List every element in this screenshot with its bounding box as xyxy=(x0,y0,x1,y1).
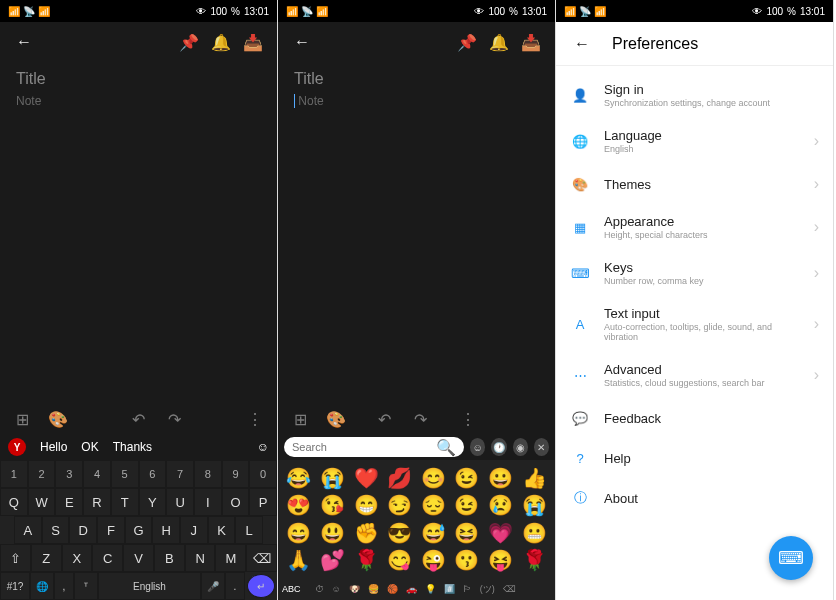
undo-icon[interactable]: ↶ xyxy=(127,407,151,431)
emoji-cell[interactable]: 💗 xyxy=(484,519,518,547)
emoji-cell[interactable]: 😔 xyxy=(417,492,451,520)
kb-key-z[interactable]: Z xyxy=(31,544,62,572)
kb-comma-key[interactable]: , xyxy=(54,572,74,600)
add-icon[interactable]: ⊞ xyxy=(288,407,312,431)
emoji-category[interactable]: 🏳 xyxy=(463,584,472,594)
kb-key-p[interactable]: P xyxy=(249,488,277,516)
kb-key-4[interactable]: 4 xyxy=(83,460,111,488)
pref-item-help[interactable]: ?Help xyxy=(556,438,833,478)
emoji-cell[interactable]: 😂 xyxy=(282,464,316,492)
note-body-placeholder[interactable]: Note xyxy=(16,94,261,108)
emoji-cell[interactable]: 😃 xyxy=(316,519,350,547)
emoji-cell[interactable]: 😗 xyxy=(450,547,484,575)
kb-key-a[interactable]: A xyxy=(14,516,42,544)
more-icon[interactable]: ⋮ xyxy=(456,407,480,431)
kb-key-w[interactable]: W xyxy=(28,488,56,516)
pref-item-appearance[interactable]: ▦AppearanceHeight, special characters› xyxy=(556,204,833,250)
kb-mic-key[interactable]: 🎤 xyxy=(201,572,225,600)
redo-icon[interactable]: ↷ xyxy=(408,407,432,431)
note-area[interactable]: Title Note xyxy=(278,62,555,116)
kb-key-o[interactable]: O xyxy=(222,488,250,516)
emoji-cell[interactable]: 😁 xyxy=(349,492,383,520)
suggestion-word[interactable]: Thanks xyxy=(113,440,152,454)
emoji-category[interactable]: (ツ) xyxy=(480,584,495,594)
kb-key-3[interactable]: 3 xyxy=(55,460,83,488)
emoji-cell[interactable]: 🌹 xyxy=(349,547,383,575)
kb-key-c[interactable]: C xyxy=(92,544,123,572)
kb-key-v[interactable]: V xyxy=(123,544,154,572)
emoji-cell[interactable]: 👍 xyxy=(517,464,551,492)
kb-key-s[interactable]: S xyxy=(42,516,70,544)
emoji-category[interactable]: 💡 xyxy=(425,584,436,594)
emoji-category[interactable]: 🍔 xyxy=(368,584,379,594)
kb-key-9[interactable]: 9 xyxy=(222,460,250,488)
emoji-cell[interactable]: 💋 xyxy=(383,464,417,492)
kb-period-key[interactable]: . xyxy=(225,572,245,600)
emoji-cell[interactable]: 😄 xyxy=(282,519,316,547)
back-icon[interactable]: ← xyxy=(570,32,594,56)
emoji-cell[interactable]: 😜 xyxy=(417,547,451,575)
kb-key-k[interactable]: K xyxy=(208,516,236,544)
emoji-category[interactable]: ⌫ xyxy=(503,584,516,594)
note-area[interactable]: Title Note xyxy=(0,62,277,116)
archive-icon[interactable]: 📥 xyxy=(241,30,265,54)
emoji-tone-icon[interactable]: ☺ xyxy=(470,438,485,456)
kb-key-m[interactable]: M xyxy=(215,544,246,572)
back-icon[interactable]: ← xyxy=(290,30,314,54)
emoji-cell[interactable]: 😋 xyxy=(383,547,417,575)
kb-spacebar[interactable]: English xyxy=(98,572,201,600)
emoji-search-field[interactable]: 🔍 xyxy=(284,437,464,457)
emoji-cell[interactable]: 😭 xyxy=(517,492,551,520)
emoji-gif-icon[interactable]: ◉ xyxy=(513,438,528,456)
kb-key-x[interactable]: X xyxy=(62,544,93,572)
kb-key-b[interactable]: B xyxy=(154,544,185,572)
kb-key-y[interactable]: Y xyxy=(139,488,167,516)
kb-key-i[interactable]: I xyxy=(194,488,222,516)
emoji-recent-icon[interactable]: 🕐 xyxy=(491,438,506,456)
palette-icon[interactable]: 🎨 xyxy=(46,407,70,431)
emoji-close-icon[interactable]: ✕ xyxy=(534,438,549,456)
pref-item-feedback[interactable]: 💬Feedback xyxy=(556,398,833,438)
emoji-cell[interactable]: 😎 xyxy=(383,519,417,547)
note-title-placeholder[interactable]: Title xyxy=(16,70,261,88)
emoji-category[interactable]: 🐶 xyxy=(349,584,360,594)
emoji-category[interactable]: 🚗 xyxy=(406,584,417,594)
kb-symbols-key[interactable]: #1? xyxy=(0,572,30,600)
kb-globe-key[interactable]: 🌐 xyxy=(30,572,54,600)
emoji-cell[interactable]: 😆 xyxy=(450,519,484,547)
palette-icon[interactable]: 🎨 xyxy=(324,407,348,431)
suggestion-word[interactable]: OK xyxy=(81,440,98,454)
kb-key-q[interactable]: Q xyxy=(0,488,28,516)
kb-key-r[interactable]: R xyxy=(83,488,111,516)
emoji-cell[interactable]: 😀 xyxy=(484,464,518,492)
pref-item-themes[interactable]: 🎨Themes› xyxy=(556,164,833,204)
kb-key-⇧[interactable]: ⇧ xyxy=(0,544,31,572)
redo-icon[interactable]: ↷ xyxy=(163,407,187,431)
emoji-category[interactable]: 🏀 xyxy=(387,584,398,594)
emoji-category[interactable]: ☺ xyxy=(332,584,341,594)
kb-key-8[interactable]: 8 xyxy=(194,460,222,488)
pin-icon[interactable]: 📌 xyxy=(177,30,201,54)
emoji-cell[interactable]: 💕 xyxy=(316,547,350,575)
kb-key-0[interactable]: 0 xyxy=(249,460,277,488)
kb-key-n[interactable]: N xyxy=(185,544,216,572)
emoji-cell[interactable]: ✊ xyxy=(349,519,383,547)
pref-item-about[interactable]: ⓘAbout xyxy=(556,478,833,518)
kb-key-6[interactable]: 6 xyxy=(139,460,167,488)
keyboard-fab[interactable]: ⌨ xyxy=(769,536,813,580)
emoji-cell[interactable]: 😍 xyxy=(282,492,316,520)
pref-item-text-input[interactable]: AText inputAuto-correction, tooltips, gl… xyxy=(556,296,833,352)
emoji-cell[interactable]: 😘 xyxy=(316,492,350,520)
emoji-cell[interactable]: 😅 xyxy=(417,519,451,547)
pref-item-language[interactable]: 🌐LanguageEnglish› xyxy=(556,118,833,164)
more-icon[interactable]: ⋮ xyxy=(243,407,267,431)
yandex-badge-icon[interactable]: Y xyxy=(8,438,26,456)
kb-key-h[interactable]: H xyxy=(152,516,180,544)
kb-key-d[interactable]: D xyxy=(69,516,97,544)
kb-key-j[interactable]: J xyxy=(180,516,208,544)
kb-key-g[interactable]: G xyxy=(125,516,153,544)
suggestion-word[interactable]: Hello xyxy=(40,440,67,454)
pref-item-sign-in[interactable]: 👤Sign inSynchronization settings, change… xyxy=(556,72,833,118)
pin-icon[interactable]: 📌 xyxy=(455,30,479,54)
pref-item-keys[interactable]: ⌨KeysNumber row, comma key› xyxy=(556,250,833,296)
